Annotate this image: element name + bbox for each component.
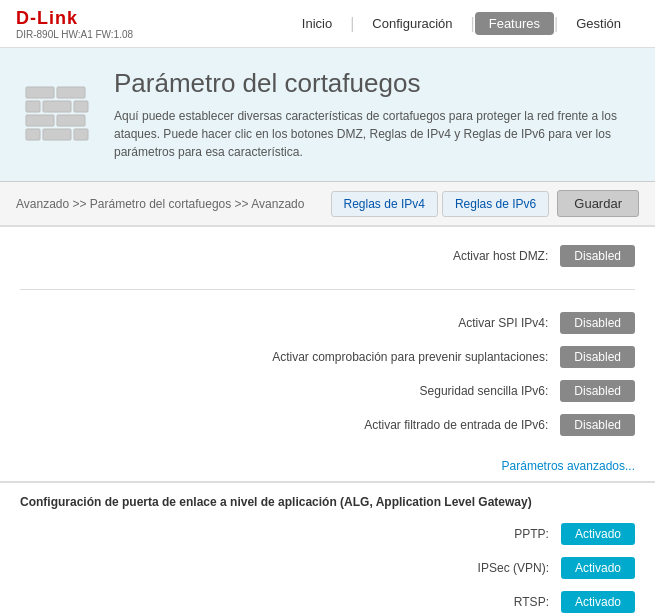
antispoofing-label: Activar comprobación para prevenir supla… bbox=[272, 350, 548, 364]
dmz-row: Activar host DMZ: Disabled bbox=[20, 239, 635, 273]
firewall-icon bbox=[24, 85, 94, 145]
reglas-ipv6-button[interactable]: Reglas de IPv6 bbox=[442, 191, 549, 217]
svg-rect-3 bbox=[43, 101, 71, 112]
ipv6-simple-toggle[interactable]: Disabled bbox=[560, 380, 635, 402]
logo-area: D-Link DIR-890L HW:A1 FW:1.08 bbox=[16, 8, 133, 40]
alg-title: Configuración de puerta de enlace a nive… bbox=[20, 495, 635, 509]
svg-rect-4 bbox=[74, 101, 88, 112]
ipsec-label: IPSec (VPN): bbox=[478, 561, 549, 575]
main-nav: Inicio | Configuración | Features | Gest… bbox=[284, 12, 639, 35]
spi-ipv4-toggle[interactable]: Disabled bbox=[560, 312, 635, 334]
dmz-label: Activar host DMZ: bbox=[453, 249, 548, 263]
nav-inicio[interactable]: Inicio bbox=[284, 12, 350, 35]
ipv6-simple-label: Seguridad sencilla IPv6: bbox=[420, 384, 549, 398]
nav-configuracion[interactable]: Configuración bbox=[354, 12, 470, 35]
ipsec-row: IPSec (VPN): Activado bbox=[20, 551, 635, 585]
pptp-row: PPTP: Activado bbox=[20, 517, 635, 551]
banner: Parámetro del cortafuegos Aquí puede est… bbox=[0, 48, 655, 182]
spi-ipv4-label: Activar SPI IPv4: bbox=[458, 316, 548, 330]
nav-features[interactable]: Features bbox=[475, 12, 554, 35]
ipv6-simple-row: Seguridad sencilla IPv6: Disabled bbox=[20, 374, 635, 408]
svg-rect-5 bbox=[26, 115, 54, 126]
svg-rect-6 bbox=[57, 115, 85, 126]
dmz-section: Activar host DMZ: Disabled bbox=[0, 227, 655, 285]
rtsp-label: RTSP: bbox=[514, 595, 549, 609]
logo-dlink: D-Link bbox=[16, 8, 133, 29]
svg-rect-0 bbox=[26, 87, 54, 98]
ipv6-filter-toggle[interactable]: Disabled bbox=[560, 414, 635, 436]
antispoofing-row: Activar comprobación para prevenir supla… bbox=[20, 340, 635, 374]
reglas-ipv4-button[interactable]: Reglas de IPv4 bbox=[331, 191, 438, 217]
header: D-Link DIR-890L HW:A1 FW:1.08 Inicio | C… bbox=[0, 0, 655, 48]
svg-rect-9 bbox=[74, 129, 88, 140]
banner-description: Aquí puede establecer diversas caracterí… bbox=[114, 107, 631, 161]
guardar-button[interactable]: Guardar bbox=[557, 190, 639, 217]
ipv6-filter-row: Activar filtrado de entrada de IPv6: Dis… bbox=[20, 408, 635, 442]
pptp-label: PPTP: bbox=[514, 527, 549, 541]
ipsec-toggle[interactable]: Activado bbox=[561, 557, 635, 579]
advanced-link-row: Parámetros avanzados... bbox=[0, 454, 655, 481]
ipv6-filter-label: Activar filtrado de entrada de IPv6: bbox=[364, 418, 548, 432]
action-bar: Avanzado >> Parámetro del cortafuegos >>… bbox=[0, 182, 655, 227]
rtsp-toggle[interactable]: Activado bbox=[561, 591, 635, 613]
divider-1 bbox=[20, 289, 635, 290]
alg-section: Configuración de puerta de enlace a nive… bbox=[0, 481, 655, 615]
pptp-toggle[interactable]: Activado bbox=[561, 523, 635, 545]
banner-content: Parámetro del cortafuegos Aquí puede est… bbox=[114, 68, 631, 161]
dmz-toggle[interactable]: Disabled bbox=[560, 245, 635, 267]
content-area: Activar host DMZ: Disabled Activar SPI I… bbox=[0, 227, 655, 615]
svg-rect-1 bbox=[57, 87, 85, 98]
antispoofing-toggle[interactable]: Disabled bbox=[560, 346, 635, 368]
breadcrumb: Avanzado >> Parámetro del cortafuegos >>… bbox=[16, 197, 327, 211]
svg-rect-8 bbox=[43, 129, 71, 140]
rtsp-row: RTSP: Activado bbox=[20, 585, 635, 615]
advanced-params-link[interactable]: Parámetros avanzados... bbox=[502, 459, 635, 473]
svg-rect-7 bbox=[26, 129, 40, 140]
ip-settings-section: Activar SPI IPv4: Disabled Activar compr… bbox=[0, 294, 655, 454]
logo-model: DIR-890L HW:A1 FW:1.08 bbox=[16, 29, 133, 40]
banner-title: Parámetro del cortafuegos bbox=[114, 68, 631, 99]
svg-rect-2 bbox=[26, 101, 40, 112]
spi-ipv4-row: Activar SPI IPv4: Disabled bbox=[20, 306, 635, 340]
nav-gestion[interactable]: Gestión bbox=[558, 12, 639, 35]
